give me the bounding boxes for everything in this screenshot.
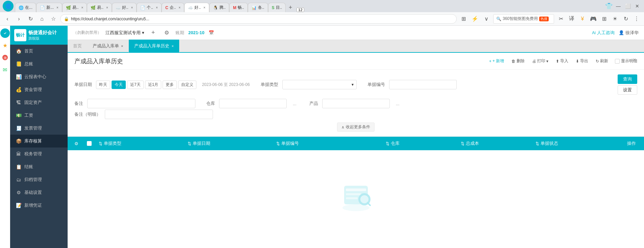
sidebar-item-invoice[interactable]: 🧾 发票管理 — [10, 122, 68, 135]
restore-button[interactable]: ⬜ — [624, 2, 632, 10]
delete-button[interactable]: 🗑 删除 — [508, 57, 528, 65]
tab-7-close[interactable]: × — [178, 6, 181, 9]
home-browser-button[interactable]: ⌂ — [37, 14, 47, 24]
col-warehouse[interactable]: ⇅ 仓库 — [383, 140, 458, 146]
sidebar-item-home[interactable]: 🏠 首页 — [10, 45, 68, 58]
scissors-icon[interactable]: ✂ — [556, 14, 566, 24]
tab-9[interactable]: 🐧 腾.. — [209, 3, 230, 12]
tab-3[interactable]: 🌿 易.. × — [62, 3, 87, 12]
export-button[interactable]: ⬇ 导出 — [572, 57, 592, 65]
sidebar-item-newbill[interactable]: 📝 新增凭证 — [10, 199, 68, 212]
new-tab-button[interactable]: + — [286, 3, 295, 12]
product-dots-button[interactable]: ... — [394, 101, 402, 106]
parent-tab-close[interactable]: × — [121, 44, 123, 48]
tab-3-close[interactable]: × — [81, 6, 84, 9]
ai-consult-button[interactable]: Ai 人工咨询 — [592, 30, 615, 36]
sidebar-icon-star[interactable]: ★ — [0, 41, 10, 50]
query-button[interactable]: 查询 — [618, 74, 637, 84]
sidebar-item-report[interactable]: 📊 云报表中心 — [10, 70, 68, 83]
column-settings-icon[interactable]: ⚙ — [70, 141, 82, 146]
today-btn[interactable]: 今天 — [112, 81, 126, 89]
custom-date-btn[interactable]: 自定义 — [178, 81, 196, 89]
sidebar-item-ledger[interactable]: 📒 总账 — [10, 58, 68, 70]
warehouse-input[interactable] — [219, 99, 287, 108]
more-date-btn[interactable]: 更多 — [163, 81, 177, 89]
tab-1[interactable]: 🌐 在... — [15, 3, 36, 12]
1month-btn[interactable]: 近1月 — [145, 81, 162, 89]
voucher-type-select[interactable]: ▾ — [282, 80, 357, 89]
sync-icon[interactable]: ↻ — [621, 14, 630, 24]
yesterday-btn[interactable]: 昨天 — [96, 81, 110, 89]
tab-7[interactable]: C 企.. × — [162, 3, 184, 12]
address-bar[interactable]: 🔒 https://cloud.chanjet.com/accounting/u… — [60, 14, 457, 24]
more-icon[interactable]: ⋮ — [632, 14, 641, 24]
lightning-button[interactable]: ⚡ — [470, 14, 480, 24]
page-tab-parent[interactable]: 产成品入库单 × — [87, 40, 129, 52]
select-all-checkbox[interactable] — [82, 141, 96, 146]
sidebar-icon-main[interactable] — [0, 28, 10, 38]
translate-icon[interactable]: 译 — [567, 14, 576, 24]
tab-5-close[interactable]: × — [131, 6, 133, 9]
refresh-button[interactable]: ↻ 刷新 — [592, 57, 612, 65]
tab-2[interactable]: 📄 新... × — [36, 3, 62, 12]
sidebar-item-tax[interactable]: 🏛 税务管理 — [10, 148, 68, 160]
breadcrumb-home[interactable]: 首页 — [68, 43, 87, 49]
col-total-cost[interactable]: ⇅ 总成本 — [458, 140, 533, 146]
voucher-no-input[interactable] — [389, 80, 457, 89]
print-button[interactable]: 🖨 打印 ▾ — [529, 57, 552, 65]
tab-8-close[interactable]: × — [204, 6, 206, 9]
tab-4-close[interactable]: × — [106, 6, 108, 9]
forward-button[interactable]: › — [14, 14, 24, 24]
add-button[interactable]: + + 新增 — [486, 57, 507, 65]
display-detail-checkbox[interactable] — [615, 59, 620, 64]
sidebar-icon-weibo[interactable]: 微 — [0, 53, 10, 62]
tab-5[interactable]: ☁️ 好.. × — [112, 3, 137, 12]
close-button[interactable]: ✕ — [633, 2, 641, 10]
refresh-browser-button[interactable]: ↻ — [26, 14, 35, 24]
tab-6-close[interactable]: × — [156, 6, 158, 9]
tab-10[interactable]: M 畅.. — [229, 3, 248, 12]
account-selector[interactable]: 江西服宝测试专用 ▾ — [105, 30, 144, 36]
col-date[interactable]: ⇅ 单据日期 — [185, 140, 274, 146]
sidebar-item-cash[interactable]: 💰 资金管理 — [10, 83, 68, 96]
col-voucher-type[interactable]: ⇅ 单据类型 — [96, 140, 185, 146]
tab-2-close[interactable]: × — [56, 6, 58, 9]
current-tab-close[interactable]: × — [171, 44, 173, 48]
grid-icon[interactable]: ⊞ — [599, 14, 609, 24]
user-profile[interactable]: 👤 徐泽华 — [619, 30, 639, 36]
sidebar-item-archive[interactable]: 🗂 归档管理 — [10, 173, 68, 186]
back-button[interactable]: ‹ — [3, 14, 12, 24]
sidebar-item-inventory[interactable]: 📦 库存核算 — [10, 135, 68, 148]
import-button[interactable]: ⬆ 导入 — [552, 57, 572, 65]
product-input[interactable] — [322, 99, 390, 108]
sidebar-item-checkout[interactable]: 📋 结账 — [10, 160, 68, 173]
col-status[interactable]: ⇅ 单据状态 — [533, 140, 622, 146]
yuan-icon[interactable]: ¥ — [578, 14, 587, 24]
account-settings-button[interactable]: ⚙ — [162, 28, 171, 38]
bookmark-button[interactable]: ☆ — [49, 14, 58, 24]
page-close-button[interactable]: × — [631, 55, 637, 64]
game-icon[interactable]: 🎮 — [589, 14, 598, 24]
settings-button[interactable]: 设置 — [618, 85, 637, 95]
sun-icon[interactable]: ☀ — [610, 14, 620, 24]
remark-input[interactable] — [87, 99, 195, 108]
collapse-button[interactable]: ∧ 收起更多条件 — [337, 122, 375, 132]
col-no[interactable]: ⇅ 单据编号 — [273, 140, 383, 146]
tab-8[interactable]: ☁️ 好.. × — [184, 3, 209, 12]
sidebar-item-fixed[interactable]: 🏗 固定资产 — [10, 96, 68, 109]
7days-btn[interactable]: 近7天 — [127, 81, 144, 89]
sidebar-item-basic[interactable]: ⚙ 基础设置 — [10, 186, 68, 199]
extensions-button[interactable]: ⊞ — [459, 14, 468, 24]
remark-detail-input[interactable] — [105, 110, 213, 119]
tab-4[interactable]: 🌿 易.. × — [87, 3, 112, 12]
tab-12[interactable]: S 目.. — [268, 3, 286, 12]
minimize-button[interactable]: — — [614, 2, 622, 10]
tab-11[interactable]: 📊 各.. — [248, 3, 268, 12]
warehouse-dots-button[interactable]: ... — [291, 101, 299, 106]
add-account-button[interactable]: + — [148, 28, 158, 38]
sidebar-item-salary[interactable]: 💵 工资 — [10, 109, 68, 122]
dropdown-button[interactable]: ∨ — [482, 14, 491, 24]
tab-6[interactable]: 📄 个.. × — [137, 3, 162, 12]
sidebar-icon-mail[interactable]: ✉ — [0, 65, 10, 74]
page-tab-current[interactable]: 产成品入库单历史 × — [129, 40, 179, 52]
